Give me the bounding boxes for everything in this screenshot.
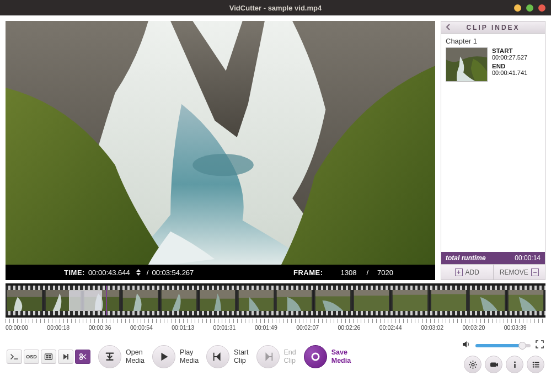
volume-row bbox=[462, 340, 544, 351]
time-spinner[interactable] bbox=[136, 269, 141, 276]
svg-rect-28 bbox=[490, 362, 496, 367]
svg-rect-20 bbox=[46, 357, 49, 358]
remove-label: REMOVE bbox=[500, 269, 528, 276]
clip-list: Chapter 1 START00:00:27.527 END00:00:41.… bbox=[441, 34, 545, 252]
ruler-tick: 00:01:31 bbox=[213, 324, 255, 331]
svg-point-1 bbox=[192, 154, 254, 176]
video-preview[interactable] bbox=[6, 21, 435, 265]
ruler-tick: 00:02:26 bbox=[338, 324, 379, 331]
frame-label: FRAME: bbox=[293, 269, 323, 277]
runtime-label: total runtime bbox=[446, 254, 486, 262]
time-sep: / bbox=[147, 269, 149, 277]
ruler-tick: 00:03:39 bbox=[504, 324, 545, 331]
time-total: 00:03:54.267 bbox=[152, 269, 194, 277]
volume-slider[interactable] bbox=[475, 344, 531, 347]
menu-button[interactable] bbox=[527, 356, 544, 373]
settings-button[interactable] bbox=[464, 356, 482, 373]
clip-times: START00:00:27.527 END00:00:41.741 bbox=[492, 47, 527, 82]
save-media-label: SaveMedia bbox=[331, 348, 351, 365]
play-media-button[interactable] bbox=[152, 345, 175, 368]
frame-current: 1308 bbox=[341, 269, 357, 277]
minus-icon: − bbox=[531, 269, 539, 276]
svg-rect-30 bbox=[514, 364, 515, 368]
time-label: TIME: bbox=[64, 269, 85, 277]
ruler-tick: 00:00:00 bbox=[6, 324, 47, 331]
remove-clip-button[interactable]: REMOVE − bbox=[494, 265, 545, 280]
ruler-tick: 00:00:36 bbox=[89, 324, 130, 331]
ruler-tick: 00:03:20 bbox=[462, 324, 504, 331]
preview-panel: TIME: 00:00:43.644 / 00:03:54.267 FRAME:… bbox=[6, 21, 435, 280]
open-media-label: OpenMedia bbox=[126, 348, 145, 365]
title-bar: VidCutter - sample vid.mp4 bbox=[0, 0, 551, 15]
svg-rect-22 bbox=[67, 354, 68, 359]
video-info-bar: TIME: 00:00:43.644 / 00:03:54.267 FRAME:… bbox=[6, 265, 435, 280]
runtime-value: 00:00:14 bbox=[515, 254, 541, 262]
open-media-button[interactable] bbox=[98, 345, 121, 368]
smart-cut-button[interactable] bbox=[75, 350, 90, 364]
clip-start-value: 00:00:27.527 bbox=[492, 54, 527, 61]
ruler-tick: 00:02:07 bbox=[296, 324, 338, 331]
osd-button[interactable]: OSD bbox=[24, 350, 39, 364]
frame-total: 7020 bbox=[377, 269, 393, 277]
add-clip-button[interactable]: + ADD bbox=[441, 265, 494, 280]
play-media-label: PlayMedia bbox=[180, 348, 199, 365]
clip-thumbnail bbox=[446, 47, 488, 82]
svg-point-27 bbox=[472, 363, 474, 366]
volume-icon[interactable] bbox=[462, 340, 471, 351]
clip-end-value: 00:00:41.741 bbox=[492, 69, 527, 76]
end-clip-button[interactable] bbox=[256, 345, 280, 368]
window-controls bbox=[514, 4, 545, 12]
svg-rect-36 bbox=[534, 366, 539, 367]
svg-point-33 bbox=[532, 364, 534, 366]
clip-start-label: START bbox=[492, 47, 512, 54]
maximize-button[interactable] bbox=[526, 4, 533, 12]
console-button[interactable] bbox=[7, 350, 22, 364]
svg-rect-34 bbox=[534, 364, 539, 365]
fullscreen-icon[interactable] bbox=[535, 340, 544, 351]
frame-sep: / bbox=[366, 269, 368, 277]
start-clip-button[interactable] bbox=[206, 345, 229, 368]
save-media-button[interactable] bbox=[304, 345, 327, 368]
timeline-filmstrip[interactable] bbox=[6, 283, 545, 318]
clip-item[interactable]: Chapter 1 START00:00:27.527 END00:00:41.… bbox=[441, 34, 545, 86]
ruler-tick: 00:02:44 bbox=[379, 324, 421, 331]
svg-rect-25 bbox=[106, 359, 114, 360]
runtime-bar: total runtime 00:00:14 bbox=[441, 252, 545, 264]
end-clip-label: EndClip bbox=[284, 348, 296, 365]
minimize-button[interactable] bbox=[514, 4, 521, 12]
chevron-left-icon bbox=[445, 23, 451, 33]
ruler-tick: 00:00:18 bbox=[47, 324, 88, 331]
ruler-tick: 00:01:13 bbox=[172, 324, 213, 331]
step-forward-button[interactable] bbox=[58, 350, 73, 364]
svg-point-24 bbox=[80, 357, 83, 359]
svg-rect-21 bbox=[49, 357, 51, 358]
ruler-tick: 00:01:49 bbox=[255, 324, 296, 331]
info-button[interactable] bbox=[506, 356, 523, 373]
timeline-playhead[interactable] bbox=[106, 283, 107, 315]
ruler-tick: 00:03:02 bbox=[421, 324, 462, 331]
clip-index-panel: CLIP INDEX Chapter 1 START00:00:27. bbox=[441, 21, 545, 280]
timeline-ruler[interactable]: 00:00:0000:00:1800:00:3600:00:5400:01:13… bbox=[6, 319, 545, 335]
window-title: VidCutter - sample vid.mp4 bbox=[229, 4, 322, 12]
clip-chapter: Chapter 1 bbox=[446, 37, 541, 45]
ruler-tick: 00:00:54 bbox=[130, 324, 172, 331]
clip-end-label: END bbox=[492, 63, 505, 69]
thumbnails-button[interactable] bbox=[41, 350, 56, 364]
svg-point-35 bbox=[532, 366, 534, 368]
clip-index-header[interactable]: CLIP INDEX bbox=[441, 22, 545, 34]
media-info-button[interactable] bbox=[485, 356, 502, 373]
close-button[interactable] bbox=[538, 4, 545, 12]
volume-knob[interactable] bbox=[518, 342, 526, 350]
toolbar: OSD OpenMedia PlayMedia StartClip EndCli… bbox=[0, 335, 551, 379]
clip-index-title: CLIP INDEX bbox=[466, 24, 520, 31]
svg-point-31 bbox=[532, 362, 534, 363]
add-label: ADD bbox=[466, 269, 479, 276]
plus-icon: + bbox=[455, 269, 463, 276]
start-clip-label: StartClip bbox=[234, 348, 248, 365]
svg-rect-32 bbox=[534, 362, 539, 363]
svg-point-29 bbox=[514, 361, 516, 363]
svg-rect-19 bbox=[49, 355, 51, 357]
timeline-selection[interactable] bbox=[69, 290, 103, 311]
svg-point-23 bbox=[80, 353, 83, 356]
time-current: 00:00:43.644 bbox=[88, 269, 130, 277]
